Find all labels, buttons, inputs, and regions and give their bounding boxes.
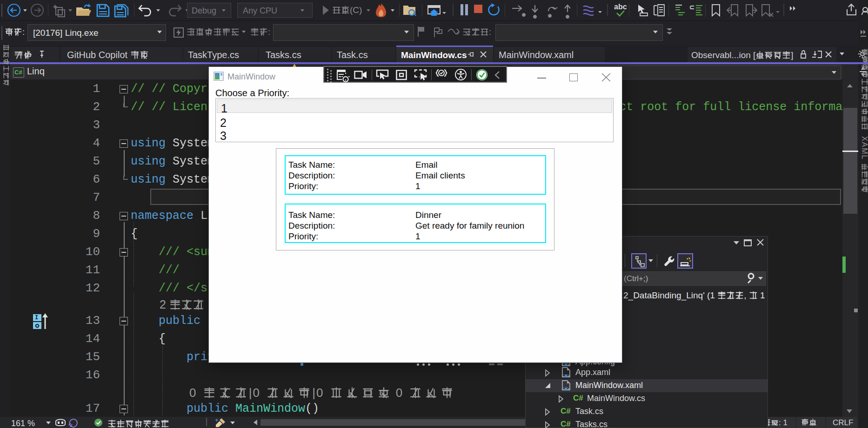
svg-text:<: <: [561, 373, 565, 379]
svg-text:<: <: [561, 386, 565, 392]
